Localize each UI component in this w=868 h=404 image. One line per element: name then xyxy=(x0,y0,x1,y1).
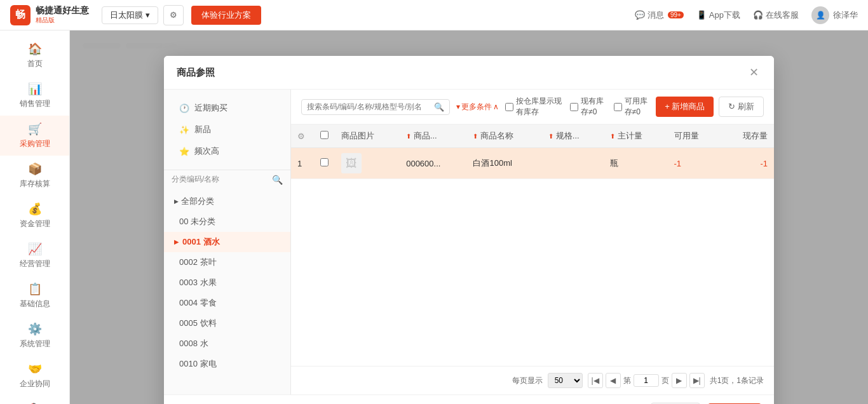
page-nav: |◀ ◀ 第 页 ▶ ▶| xyxy=(588,373,705,388)
cat-00[interactable]: 00 未分类 xyxy=(164,212,290,232)
modal-close-button[interactable]: ✕ xyxy=(746,65,761,80)
td-spec xyxy=(542,148,604,179)
cat-0002[interactable]: 0002 茶叶 xyxy=(164,252,290,273)
checkbox-warehouse-label[interactable]: 按仓库显示现有库存 xyxy=(505,96,562,118)
th-name-label: 商品名称 xyxy=(480,131,513,140)
cat-0010[interactable]: 0010 家电 xyxy=(164,354,290,374)
cat-0005[interactable]: 0005 饮料 xyxy=(164,313,290,333)
sidebar-item-home[interactable]: 🏠 首页 xyxy=(0,36,69,76)
search-input[interactable] xyxy=(307,102,434,111)
checkbox-available-label[interactable]: 可用库存≠0 xyxy=(614,96,649,118)
sidebar-item-business[interactable]: 📈 经营管理 xyxy=(0,236,69,276)
service-item[interactable]: 🎧 在线客服 xyxy=(753,10,799,21)
sidebar-item-basic[interactable]: 📋 基础信息 xyxy=(0,276,69,316)
app-download-item[interactable]: 📱 App下载 xyxy=(696,10,740,21)
checkbox-stock[interactable] xyxy=(570,103,578,111)
business-icon: 📈 xyxy=(28,242,42,256)
sidebar-label-finance: 资金管理 xyxy=(20,219,50,229)
product-thumbnail: 🖼 xyxy=(341,153,362,173)
search-small-icon[interactable]: 🔍 xyxy=(272,175,283,185)
refresh-button[interactable]: ↻ 刷新 xyxy=(719,97,764,117)
sidebar-item-sales[interactable]: 📊 销售管理 xyxy=(0,76,69,116)
checkbox-available[interactable] xyxy=(614,103,622,111)
select-all-checkbox[interactable] xyxy=(320,131,329,139)
td-stock: -1 xyxy=(721,148,774,179)
td-checkbox[interactable] xyxy=(314,148,335,179)
sidebar-item-system[interactable]: ⚙️ 系统管理 xyxy=(0,316,69,356)
sidebar: 🏠 首页 📊 销售管理 🛒 采购管理 📦 库存核算 💰 资金管理 📈 经营管理 … xyxy=(0,30,70,404)
system-icon: ⚙️ xyxy=(28,322,42,336)
sidebar-label-system: 系统管理 xyxy=(20,339,50,349)
basic-icon: 📋 xyxy=(28,282,42,296)
category-tree: ▶ 全部分类 00 未分类 ▶ 0001 酒水 0002 茶叶 xyxy=(164,189,290,394)
cat-all-label: 全部分类 xyxy=(181,196,214,207)
user-info[interactable]: 👤 徐泽华 xyxy=(811,6,858,24)
row-checkbox[interactable] xyxy=(320,158,329,166)
page-next-button[interactable]: ▶ xyxy=(672,373,687,388)
logo-area: 畅 畅捷通好生意 精品版 xyxy=(10,5,89,25)
search-box[interactable]: 🔍 xyxy=(301,99,450,115)
image-icon: 🖼 xyxy=(346,157,357,170)
cat-0004[interactable]: 0004 零食 xyxy=(164,293,290,313)
pagination-bar: 每页显示 50 20 100 |◀ ◀ 第 页 ▶ xyxy=(291,366,774,394)
category-search-label: 分类编码/名称 xyxy=(172,174,219,185)
page-first-button[interactable]: |◀ xyxy=(588,373,603,388)
sidebar-item-guide[interactable]: 📚 新手引导 xyxy=(0,396,69,404)
cat-all[interactable]: ▶ 全部分类 xyxy=(164,191,290,212)
add-product-button[interactable]: + 新增商品 xyxy=(656,97,714,117)
sidebar-item-corp[interactable]: 🤝 企业协同 xyxy=(0,356,69,396)
checkbox-warehouse[interactable] xyxy=(505,103,513,111)
service-label: 在线客服 xyxy=(766,10,799,21)
modal-body: 🕐 近期购买 ✨ 新品 ⭐ 频次高 xyxy=(164,90,774,394)
per-page-select[interactable]: 50 20 100 xyxy=(548,373,583,388)
menu-item-recent[interactable]: 🕐 近期购买 xyxy=(169,97,285,119)
app-icon: 📱 xyxy=(696,10,707,20)
category-search-row: 🔍 xyxy=(272,175,283,185)
th-spec[interactable]: ⬆ 规格... xyxy=(542,125,604,148)
sidebar-label-purchase: 采购管理 xyxy=(20,138,50,149)
store-selector[interactable]: 日太阳膜 ▾ xyxy=(102,6,158,24)
cat-0003[interactable]: 0003 水果 xyxy=(164,273,290,293)
cat-0001[interactable]: ▶ 0001 酒水 xyxy=(164,232,290,252)
th-code[interactable]: ⬆ 商品... xyxy=(400,125,466,148)
sidebar-label-business: 经营管理 xyxy=(20,259,50,269)
more-filter-link[interactable]: ▾ 更多条件 ∧ xyxy=(456,102,499,112)
message-item[interactable]: 💬 消息 99+ xyxy=(635,10,684,21)
filter-collapse-icon: ∧ xyxy=(493,102,499,111)
home-icon: 🏠 xyxy=(28,42,42,56)
th-image: 商品图片 xyxy=(335,125,400,148)
cat-0008[interactable]: 0008 水 xyxy=(164,333,290,354)
sidebar-item-purchase[interactable]: 🛒 采购管理 xyxy=(0,116,69,156)
menu-label-new: 新品 xyxy=(194,124,211,135)
td-available: -1 xyxy=(668,148,721,179)
cat-0001-label: 0001 酒水 xyxy=(182,236,220,248)
logo-sub: 精品版 xyxy=(36,16,89,25)
page-last-button[interactable]: ▶| xyxy=(689,373,705,388)
settings-icon[interactable]: ⚙ xyxy=(297,131,305,141)
sidebar-item-inventory[interactable]: 📦 库存核算 xyxy=(0,156,69,196)
cat-0001-arrow: ▶ xyxy=(174,239,179,245)
trial-button[interactable]: 体验行业方案 xyxy=(191,6,261,25)
th-unit[interactable]: ⬆ 主计量 xyxy=(604,125,667,148)
header-right: 💬 消息 99+ 📱 App下载 🎧 在线客服 👤 徐泽华 xyxy=(635,6,858,24)
sidebar-item-finance[interactable]: 💰 资金管理 xyxy=(0,196,69,236)
page-prev-button[interactable]: ◀ xyxy=(606,373,621,388)
sidebar-label-corp: 企业协同 xyxy=(20,379,50,389)
sidebar-label-home: 首页 xyxy=(27,58,43,69)
menu-item-new[interactable]: ✨ 新品 xyxy=(169,119,285,140)
settings-btn[interactable]: ⚙ xyxy=(163,5,184,25)
table-row[interactable]: 1 🖼 000600... xyxy=(291,148,774,179)
th-settings[interactable]: ⚙ xyxy=(291,125,314,148)
checkbox-stock-label[interactable]: 现有库存≠0 xyxy=(570,96,606,118)
th-name[interactable]: ⬆ 商品名称 xyxy=(466,125,542,148)
td-image: 🖼 xyxy=(335,148,400,179)
product-table: ⚙ 商品图片 ⬆ xyxy=(291,125,774,179)
dropdown-arrow-icon: ▾ xyxy=(146,10,150,20)
app-label: App下载 xyxy=(709,10,740,21)
page-input[interactable] xyxy=(634,374,659,387)
cat-0003-label: 0003 水果 xyxy=(179,277,217,288)
menu-item-frequent[interactable]: ⭐ 频次高 xyxy=(169,140,285,162)
modal-title: 商品参照 xyxy=(177,67,215,79)
th-available: 可用量 xyxy=(668,125,721,148)
menu-label-frequent: 频次高 xyxy=(194,145,219,157)
